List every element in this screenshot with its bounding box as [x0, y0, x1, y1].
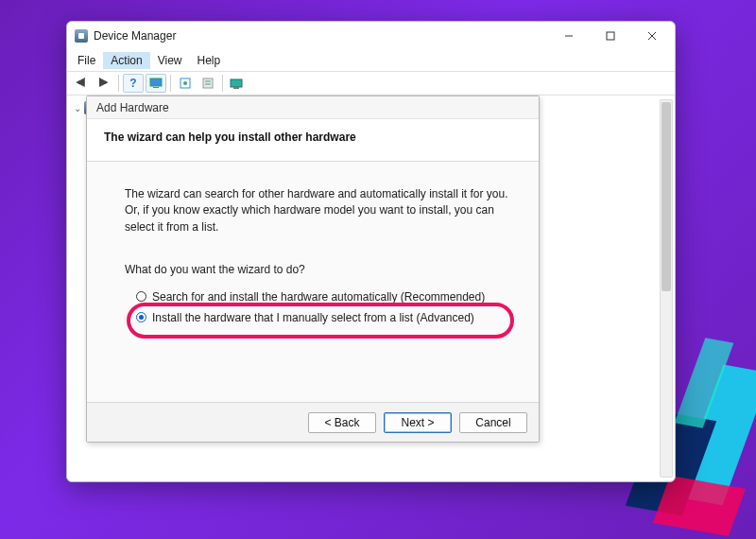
dialog-options: Search for and install the hardware auto… [125, 287, 508, 328]
monitor-icon[interactable] [146, 74, 166, 93]
add-hardware-icon[interactable] [227, 74, 248, 93]
svg-rect-12 [233, 87, 239, 89]
cancel-button[interactable]: Cancel [459, 412, 527, 433]
menu-view[interactable]: View [150, 52, 190, 69]
svg-rect-4 [150, 78, 162, 86]
toolbar-divider [222, 75, 223, 92]
svg-rect-1 [607, 32, 614, 40]
next-button[interactable]: Next > [384, 412, 452, 433]
option-manual-select[interactable]: Install the hardware that I manually sel… [136, 307, 508, 328]
svg-point-7 [183, 81, 187, 85]
toolbar-divider [118, 75, 119, 92]
forward-arrow-icon[interactable]: ⯈ [94, 74, 114, 93]
dialog-body: The wizard can search for other hardware… [87, 162, 539, 402]
tree-panel: ⌄ D-Station Add Hardware The wizard can … [67, 96, 675, 481]
chevron-down-icon[interactable]: ⌄ [73, 103, 82, 113]
radio-icon[interactable] [136, 312, 146, 322]
close-button[interactable] [631, 23, 673, 49]
dialog-title: Add Hardware [87, 96, 539, 119]
dialog-body-text: The wizard can search for other hardware… [125, 186, 508, 235]
scan-hardware-icon[interactable] [175, 74, 196, 93]
option-search-automatic[interactable]: Search for and install the hardware auto… [136, 287, 508, 307]
menu-file[interactable]: File [70, 52, 103, 69]
option-label: Install the hardware that I manually sel… [152, 311, 474, 324]
dialog-header-text: The wizard can help you install other ha… [104, 130, 522, 144]
dialog-header: The wizard can help you install other ha… [87, 119, 539, 162]
back-arrow-icon[interactable]: ⯇ [71, 74, 92, 93]
dialog-footer: < Back Next > Cancel [87, 402, 539, 442]
show-hidden-icon[interactable]: ? [123, 74, 144, 93]
window-title: Device Manager [94, 29, 548, 43]
dialog-prompt: What do you want the wizard to do? [125, 262, 508, 278]
menu-help[interactable]: Help [190, 52, 229, 69]
device-manager-window: Device Manager File Action View Help ⯇ ⯈… [66, 21, 676, 482]
titlebar[interactable]: Device Manager [67, 22, 675, 50]
back-button[interactable]: < Back [308, 412, 376, 433]
minimize-button[interactable] [548, 23, 590, 49]
add-hardware-dialog: Add Hardware The wizard can help you ins… [86, 96, 540, 443]
maximize-button[interactable] [590, 23, 631, 49]
menubar: File Action View Help [67, 50, 675, 71]
svg-rect-5 [153, 87, 159, 88]
menu-action[interactable]: Action [103, 52, 149, 69]
toolbar-divider [170, 75, 171, 92]
app-icon [75, 29, 88, 43]
svg-rect-8 [203, 78, 213, 88]
scrollbar-thumb[interactable] [662, 102, 671, 291]
toolbar: ⯇ ⯈ ? [67, 71, 675, 96]
vertical-scrollbar[interactable] [660, 99, 673, 478]
properties-icon[interactable] [198, 74, 218, 93]
option-label: Search for and install the hardware auto… [152, 290, 485, 304]
svg-rect-11 [231, 79, 242, 87]
radio-icon[interactable] [136, 291, 146, 302]
